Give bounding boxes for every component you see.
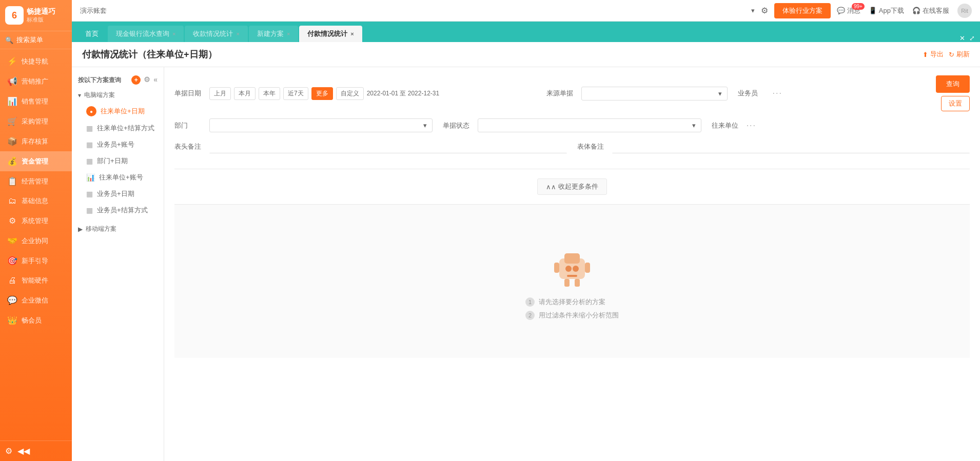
last-month-btn[interactable]: 上月 [209,87,231,100]
svg-rect-8 [575,279,580,287]
tab-bank-close[interactable]: × [172,31,175,37]
desktop-group-title[interactable]: ▾ 电脑端方案 [72,88,164,103]
sidebar-item-guide[interactable]: 🎯 新手引导 [0,251,72,271]
tab-receipts-close[interactable]: × [236,31,239,37]
search-menu[interactable]: 🔍 搜索菜单 [0,31,72,49]
scheme-item-staff-account[interactable]: ▦ 业务员+账号 [72,136,164,153]
basic-info-icon: 🗂 [7,196,17,206]
tab-bank[interactable]: 现金银行流水查询 × [108,26,184,42]
sidebar-item-hardware[interactable]: 🖨 智能硬件 [0,271,72,290]
header-note-input[interactable] [209,139,567,153]
scheme-item-staff-date[interactable]: ▦ 业务员+日期 [72,186,164,202]
filter-actions: 查询 设置 [929,75,970,111]
sidebar-item-marketing[interactable]: 📢 营销推广 [0,71,72,91]
app-download-btn[interactable]: 📱 App下载 [869,6,904,15]
sidebar-item-inventory[interactable]: 📦 库存核算 [0,131,72,151]
wechat-icon: 💬 [7,295,17,305]
tab-receipts[interactable]: 收款情况统计 × [185,26,247,42]
filter-body-note-item: 表体备注 [577,139,970,153]
sidebar-item-capital[interactable]: 💰 资金管理 [0,151,72,171]
company-dropdown[interactable]: ▾ [751,7,755,14]
export-btn[interactable]: ⬆ 导出 [923,50,944,59]
topbar-settings-icon[interactable]: ⚙ [761,6,768,15]
system-icon: ⚙ [7,216,17,226]
scheme-item-staff-settle[interactable]: ▦ 业务员+结算方式 [72,202,164,218]
tip1-text: 请先选择要分析的方案 [539,297,605,307]
service-btn[interactable]: 🎧 在线客服 [912,6,949,15]
cooperation-label: 企业协同 [22,236,48,246]
tab-bank-label: 现金银行流水查询 [116,29,169,38]
sidebar-item-cooperation[interactable]: 🤝 企业协同 [0,231,72,251]
refresh-btn[interactable]: ↻ 刷新 [949,50,970,59]
scheme-item-unit-date[interactable]: ● 往来单位+日期 [72,103,164,120]
sidebar-item-purchase[interactable]: 🛒 采购管理 [0,111,72,131]
this-year-btn[interactable]: 本年 [259,87,280,100]
mobile-group-title[interactable]: ▶ 移动端方案 [72,222,164,236]
export-icon: ⬆ [923,51,928,58]
filter-row-2: 部门 ▾ 单据状态 ▾ [174,118,970,132]
purchase-label: 采购管理 [22,117,48,126]
scheme-icon-4: 📊 [86,173,95,182]
settings-btn[interactable]: 设置 [941,96,970,111]
source-voucher-select[interactable]: ▾ [581,87,728,101]
user-avatar[interactable]: Rit [957,4,972,18]
this-month-btn[interactable]: 本月 [234,87,256,100]
date-range-display: 2022-01-01 至 2022-12-31 [367,89,439,98]
marketing-icon: 📢 [7,76,17,86]
bottom-collapse-icon[interactable]: ◀◀ [17,446,30,456]
staff-dots-btn[interactable]: ··· [773,89,782,98]
app-icon: 📱 [869,7,877,14]
panel-header-label: 按以下方案查询 [78,76,121,85]
sidebar-item-member[interactable]: 👑 畅会员 [0,310,72,330]
empty-tips: 1 请先选择要分析的方案 2 用过滤条件来缩小分析范围 [525,297,619,320]
sidebar-item-wechat[interactable]: 💬 企业微信 [0,290,72,310]
filter-header-note-item: 表头备注 [174,139,567,153]
tab-new-scheme[interactable]: 新建方案 × [249,26,298,42]
msg-btn[interactable]: 💬 消息 99+ [837,6,860,15]
last7-btn[interactable]: 近7天 [283,87,308,100]
tab-expand-icon[interactable]: ⤢ [969,34,975,42]
collapse-more-btn[interactable]: ∧∧ 收起更多条件 [537,178,607,195]
add-scheme-btn[interactable]: + [131,75,141,85]
app-name: 畅捷通巧 [27,7,55,16]
body-note-input[interactable] [612,139,970,153]
svg-rect-1 [564,253,580,264]
custom-btn[interactable]: 自定义 [336,87,364,100]
sidebar-item-sales[interactable]: 📊 销售管理 [0,91,72,111]
tab-payment-close[interactable]: × [350,31,354,37]
empty-state-area: 1 请先选择要分析的方案 2 用过滤条件来缩小分析范围 [174,204,970,358]
tab-payment[interactable]: 付款情况统计 × [299,26,362,42]
panel-header-actions: + ⚙ « [131,75,158,85]
more-btn[interactable]: 更多 [311,87,333,100]
sidebar-item-quick-nav[interactable]: ⚡ 快捷导航 [0,51,72,71]
dept-select[interactable]: ▾ [209,118,433,132]
scheme-item-unit-settle[interactable]: ▦ 往来单位+结算方式 [72,120,164,136]
filter-staff-item: 业务员 ··· [738,89,919,98]
query-btn[interactable]: 查询 [936,75,970,93]
scheme-item-dept-date[interactable]: ▦ 部门+日期 [72,153,164,169]
left-panel: 按以下方案查询 + ⚙ « ▾ 电脑端方案 ● [72,67,164,461]
mobile-scheme-group: ▶ 移动端方案 [72,222,164,236]
partner-dots-btn[interactable]: ··· [747,121,756,130]
panel-collapse-icon[interactable]: « [153,75,158,85]
content-body: 按以下方案查询 + ⚙ « ▾ 电脑端方案 ● [72,67,980,461]
mobile-group-arrow: ▶ [78,226,83,233]
sidebar-item-basic-info[interactable]: 🗂 基础信息 [0,191,72,211]
svg-point-3 [573,266,579,272]
scheme-settings-icon[interactable]: ⚙ [144,75,150,85]
voucher-status-select[interactable]: ▾ [478,118,701,132]
msg-icon: 💬 [837,7,845,14]
scheme-item-unit-account[interactable]: 📊 往来单位+账号 [72,169,164,186]
voucher-date-label: 单据日期 [174,89,205,98]
scheme-icon-3: ▦ [86,157,93,165]
bottom-settings-icon[interactable]: ⚙ [5,446,12,456]
tab-new-scheme-close[interactable]: × [287,31,290,37]
tab-close-all-icon[interactable]: ✕ [959,34,965,42]
trial-btn[interactable]: 体验行业方案 [774,3,831,18]
main-content: 演示账套 ▾ ⚙ 体验行业方案 💬 消息 99+ 📱 App下载 🎧 在线客服 … [72,0,980,461]
sidebar-item-operations[interactable]: 📋 经营管理 [0,171,72,191]
page-header: 付款情况统计（往来单位+日期） ⬆ 导出 ↻ 刷新 [72,42,980,67]
refresh-icon: ↻ [949,51,954,58]
sidebar-item-system[interactable]: ⚙ 系统管理 [0,211,72,231]
tab-home[interactable]: 首页 [77,26,107,42]
